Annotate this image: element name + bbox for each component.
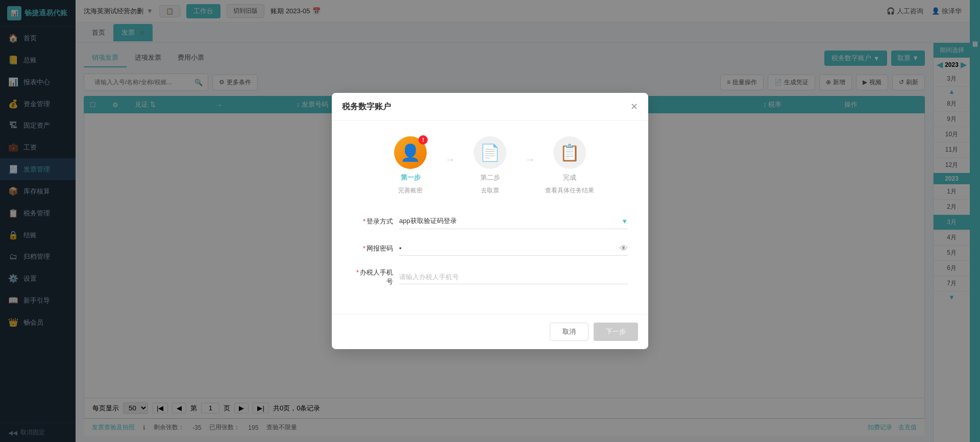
tax-digital-dialog: 税务数字账户 ✕ 👤 ! 第一步 完善账密 →	[332, 93, 648, 349]
step-3: 📋 完成 查看具体任务结果	[539, 136, 600, 195]
step-2-icon-inner: 📄	[480, 143, 500, 162]
step-3-icon-inner: 📋	[559, 143, 580, 162]
step-2-label: 第二步	[480, 173, 500, 182]
arrow-1-icon: →	[445, 154, 455, 178]
steps-container: 👤 ! 第一步 完善账密 → 📄 第二步 去取票 →	[352, 136, 628, 195]
step-3-desc: 查看具体任务结果	[545, 186, 594, 195]
login-method-label: 登录方式	[352, 217, 393, 226]
dialog-close-btn[interactable]: ✕	[630, 101, 638, 112]
login-method-control: app获取验证码登录 ▼	[399, 213, 628, 229]
arrow-2-icon: →	[525, 154, 535, 178]
step-2: 📄 第二步 去取票	[459, 136, 521, 195]
next-btn[interactable]: 下一步	[594, 323, 638, 341]
select-arrow-icon: ▼	[621, 217, 628, 225]
step-1-error-badge: !	[419, 135, 428, 144]
show-password-icon[interactable]: 👁	[620, 244, 628, 253]
step-1: 👤 ! 第一步 完善账密	[380, 136, 441, 195]
login-method-row: 登录方式 app获取验证码登录 ▼	[352, 213, 628, 229]
dialog-title: 税务数字账户	[342, 102, 391, 112]
login-method-select[interactable]: app获取验证码登录 ▼	[399, 213, 628, 229]
modal-overlay[interactable]: 税务数字账户 ✕ 👤 ! 第一步 完善账密 →	[0, 0, 980, 442]
phone-control	[399, 270, 628, 284]
step-1-icon: 👤 !	[394, 136, 427, 169]
password-control: 👁	[399, 241, 628, 256]
step-1-icon-inner: 👤	[400, 143, 421, 162]
step-2-desc: 去取票	[481, 186, 499, 195]
step-3-icon: 📋	[553, 136, 586, 169]
dialog-footer: 取消 下一步	[332, 314, 648, 349]
step-1-desc: 完善账密	[398, 186, 423, 195]
password-input[interactable]	[399, 241, 620, 255]
phone-label: 办税人手机号	[352, 268, 393, 286]
password-label: 网报密码	[352, 244, 393, 253]
phone-row: 办税人手机号	[352, 268, 628, 286]
step-2-icon: 📄	[474, 136, 506, 169]
login-method-value: app获取验证码登录	[399, 216, 457, 226]
cancel-btn[interactable]: 取消	[550, 323, 589, 341]
dialog-body: 👤 ! 第一步 完善账密 → 📄 第二步 去取票 →	[332, 121, 648, 314]
dialog-header: 税务数字账户 ✕	[332, 93, 648, 121]
phone-input[interactable]	[399, 270, 628, 284]
step-3-label: 完成	[563, 173, 576, 182]
password-row: 网报密码 👁	[352, 241, 628, 256]
step-1-label: 第一步	[401, 173, 421, 182]
